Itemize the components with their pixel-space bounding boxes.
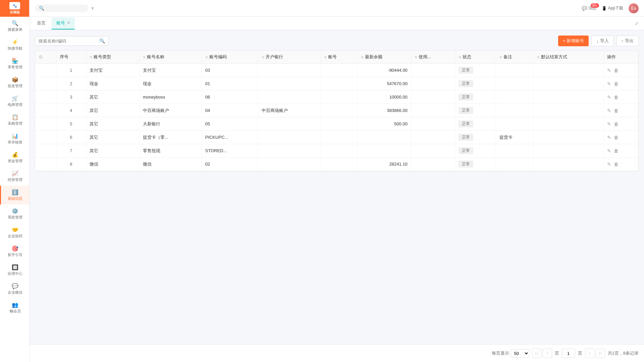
topbar-search-icon: 🔍 bbox=[39, 6, 44, 11]
sidebar-item-retail[interactable]: 🏪零售管理 bbox=[0, 54, 29, 73]
delete-icon-1[interactable]: 🗑 bbox=[614, 81, 619, 86]
col-header-note[interactable]: ⇅备注 bbox=[496, 51, 534, 64]
row-checkbox-3[interactable] bbox=[35, 104, 56, 117]
message-badge: 99+ bbox=[591, 3, 599, 8]
edit-icon-6[interactable]: ✎ bbox=[607, 148, 611, 154]
row-status-0: 正常 bbox=[455, 64, 496, 77]
row-checkbox-5[interactable] bbox=[35, 131, 56, 144]
prev-page-btn[interactable]: ⟨ bbox=[543, 349, 552, 358]
row-name-2: moneybosx bbox=[140, 90, 202, 104]
page-size-dropdown[interactable]: 50 100 200 bbox=[511, 349, 529, 358]
first-page-btn[interactable]: ⟨⟨ bbox=[532, 349, 541, 358]
col-header-settlement[interactable]: ⇅默认结算方式 bbox=[534, 51, 603, 64]
edit-icon-7[interactable]: ✎ bbox=[607, 162, 611, 167]
sidebar-item-member[interactable]: 👥畅会员 bbox=[0, 298, 29, 317]
delete-icon-0[interactable]: 🗑 bbox=[614, 68, 619, 73]
row-settlement-2 bbox=[534, 90, 603, 104]
search-box[interactable]: 🔍 bbox=[35, 36, 109, 46]
row-checkbox-4[interactable] bbox=[35, 117, 56, 131]
search-input[interactable] bbox=[39, 39, 97, 44]
row-action-6: ✎🗑 bbox=[603, 144, 638, 158]
col-header-type[interactable]: ⇅账号类型 bbox=[86, 51, 139, 64]
topbar-message-btn[interactable]: 💬 消息 99+ bbox=[582, 5, 596, 11]
sidebar-item-basic-info[interactable]: ℹ️基础信息 bbox=[0, 186, 29, 204]
col-label-note: 备注 bbox=[503, 54, 512, 60]
row-code-6: STORED... bbox=[202, 144, 258, 158]
col-header-code[interactable]: ⇅账号编码 bbox=[202, 51, 258, 64]
tab-close-account[interactable]: ✕ bbox=[67, 21, 70, 25]
col-header-use[interactable]: ⇅使用... bbox=[411, 51, 455, 64]
row-index-2: 3 bbox=[56, 90, 86, 104]
user-avatar[interactable]: Ea bbox=[629, 3, 639, 13]
page-size-select[interactable]: 每页显示 50 100 200 bbox=[492, 349, 529, 358]
topbar-search-box[interactable]: 🔍 bbox=[35, 4, 89, 12]
sidebar-item-wholesale[interactable]: 📦批发管理 bbox=[0, 73, 29, 92]
sidebar-item-app-center[interactable]: 🔲应用中心 bbox=[0, 261, 29, 280]
row-checkbox-6[interactable] bbox=[35, 144, 56, 158]
topbar-search-input[interactable] bbox=[46, 6, 83, 11]
col-label-settlement: 默认结算方式 bbox=[541, 54, 567, 60]
export-button[interactable]: ↑ 导出 bbox=[616, 36, 639, 46]
row-checkbox-7[interactable] bbox=[35, 158, 56, 171]
row-settlement-3 bbox=[534, 104, 603, 117]
delete-icon-5[interactable]: 🗑 bbox=[614, 135, 619, 140]
row-index-5: 6 bbox=[56, 131, 86, 144]
edit-icon-5[interactable]: ✎ bbox=[607, 135, 611, 140]
row-balance-2: 10000.00 bbox=[358, 90, 411, 104]
row-note-5: 提货卡 bbox=[496, 131, 534, 144]
edit-icon-0[interactable]: ✎ bbox=[607, 68, 611, 73]
next-page-btn[interactable]: ⟩ bbox=[585, 349, 594, 358]
sidebar-item-enterprise-wechat[interactable]: 💬企业微信 bbox=[0, 280, 29, 298]
import-button[interactable]: ↓ 导入 bbox=[591, 36, 614, 46]
page-input[interactable] bbox=[562, 349, 575, 358]
delete-icon-7[interactable]: 🗑 bbox=[614, 162, 619, 167]
column-settings-icon[interactable]: ⚙ bbox=[39, 54, 43, 60]
col-label-name: 账号名称 bbox=[147, 54, 164, 60]
page-nav: ⟨⟨ ⟨ 页 页 ⟩ ⟩⟩ bbox=[532, 349, 605, 358]
row-checkbox-0[interactable] bbox=[35, 64, 56, 77]
enterprise-agreement-icon: 🤝 bbox=[12, 227, 18, 233]
edit-icon-2[interactable]: ✎ bbox=[607, 95, 611, 100]
topbar-app-btn[interactable]: 📱 App下载 bbox=[602, 5, 623, 11]
sidebar-item-beginner-guide[interactable]: 🎯新手引导 bbox=[0, 242, 29, 261]
row-bank-0 bbox=[258, 64, 320, 77]
col-header-bank[interactable]: ⇅开户银行 bbox=[258, 51, 320, 64]
delete-icon-6[interactable]: 🗑 bbox=[614, 148, 619, 154]
row-settlement-5 bbox=[534, 131, 603, 144]
last-page-btn[interactable]: ⟩⟩ bbox=[596, 349, 605, 358]
edit-icon-1[interactable]: ✎ bbox=[607, 81, 611, 86]
sidebar-item-operation[interactable]: 📈经营管理 bbox=[0, 167, 29, 186]
col-label-status: 状态 bbox=[463, 54, 471, 60]
sidebar-item-purchase[interactable]: 📋采购管理 bbox=[0, 111, 29, 129]
row-account-6 bbox=[320, 144, 358, 158]
row-checkbox-1[interactable] bbox=[35, 77, 56, 90]
col-header-status[interactable]: ⇅状态 bbox=[455, 51, 496, 64]
col-header-account[interactable]: ⇅账号 bbox=[320, 51, 358, 64]
tab-home[interactable]: 首页 bbox=[32, 17, 50, 29]
col-header-name[interactable]: ⇅账号名称 bbox=[140, 51, 202, 64]
add-account-button[interactable]: + 新增账号 bbox=[558, 36, 589, 46]
edit-icon-3[interactable]: ✎ bbox=[607, 108, 611, 113]
tab-account[interactable]: 账号✕ bbox=[52, 17, 75, 29]
row-type-4: 其它 bbox=[86, 117, 139, 131]
topbar-dropdown-icon[interactable]: ▾ bbox=[91, 5, 94, 11]
sidebar-item-ecommerce[interactable]: 🛒电商管理 bbox=[0, 92, 29, 111]
sidebar-item-finance[interactable]: 💰资金管理 bbox=[0, 148, 29, 167]
row-use-4 bbox=[411, 117, 455, 131]
delete-icon-4[interactable]: 🗑 bbox=[614, 121, 619, 127]
col-header-balance[interactable]: ⇅最新余额 bbox=[358, 51, 411, 64]
sidebar-item-enterprise-agreement[interactable]: 🤝企业协同 bbox=[0, 223, 29, 242]
row-bank-7 bbox=[258, 158, 320, 171]
tab-expand-icon[interactable]: ⤢ bbox=[632, 19, 641, 27]
row-checkbox-2[interactable] bbox=[35, 90, 56, 104]
col-header-action: 操作 bbox=[603, 51, 638, 64]
delete-icon-2[interactable]: 🗑 bbox=[614, 95, 619, 100]
sidebar-item-system[interactable]: ⚙️系统管理 bbox=[0, 204, 29, 223]
sidebar-item-search-menu[interactable]: 🔍搜索菜单 bbox=[0, 17, 29, 36]
row-type-1: 现金 bbox=[86, 77, 139, 90]
delete-icon-3[interactable]: 🗑 bbox=[614, 108, 619, 113]
sidebar-item-inventory[interactable]: 📊库存核算 bbox=[0, 129, 29, 148]
sidebar-item-quick-nav[interactable]: ⚡快捷导航 bbox=[0, 36, 29, 54]
edit-icon-4[interactable]: ✎ bbox=[607, 121, 611, 127]
tab-label-home: 首页 bbox=[37, 20, 46, 26]
